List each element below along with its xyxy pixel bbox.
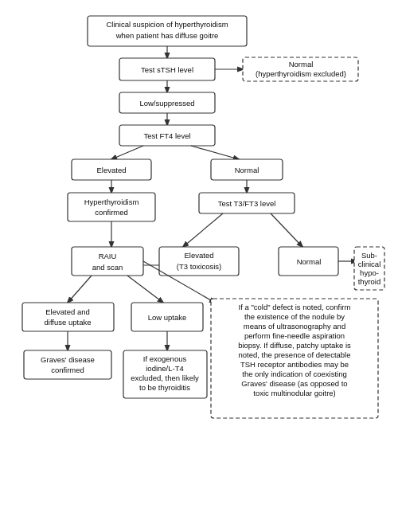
- ft4-text: Test FT4 level: [143, 131, 190, 140]
- arrow-raiu-elevated-diffuse: [68, 276, 92, 303]
- normal-tsh-text-1: Normal: [289, 60, 314, 68]
- subclinical-text-1: Sub-: [361, 251, 377, 260]
- t3-text: Test T3/FT3 level: [218, 199, 276, 208]
- low-text: Low/suppressed: [139, 99, 194, 108]
- normal1-text: Normal: [235, 166, 259, 174]
- cold-text-2: the existence of the nodule by: [244, 312, 345, 321]
- subclinical-text-3: hypo-: [360, 268, 379, 277]
- elevated-diffuse-text-1: Elevated and: [45, 307, 89, 316]
- arrow-ft4-normal: [191, 146, 239, 159]
- subclinical-text-4: thyroid: [358, 277, 381, 286]
- cold-text-3: means of ultrasonography and: [244, 322, 345, 331]
- cold-text-8: the only indication of coexisting: [242, 370, 347, 378]
- elevated2-text-2: (T3 toxicosis): [177, 262, 221, 271]
- raiu-text-2: and scan: [92, 263, 123, 272]
- cold-text-7: TSH receptor antibodies may be: [240, 360, 349, 369]
- hyper-text-2: confirmed: [95, 208, 128, 217]
- normal2-text: Normal: [297, 257, 322, 266]
- graves-text-2: confirmed: [51, 366, 84, 374]
- thyroiditis-text-3: excluded, then likely: [131, 374, 199, 382]
- stsh-text: Test sTSH level: [141, 65, 193, 74]
- cold-text-9: Graves' disease (as opposed to: [241, 379, 347, 388]
- thyroiditis-text-1: If exogenous: [143, 354, 187, 363]
- thyroiditis-text-2: iodine/L-T4: [146, 364, 184, 373]
- low-uptake-text: Low uptake: [148, 313, 187, 322]
- cold-text-5: biopsy. If diffuse, patchy uptake is: [238, 341, 351, 350]
- arrow-t3-normal2: [271, 213, 302, 247]
- subclinical-text-2: clinical: [358, 260, 381, 268]
- cold-text-10: toxic multinodular goitre): [253, 389, 336, 397]
- graves-text-1: Graves' disease: [41, 355, 95, 364]
- normal-tsh-text-2: (hyperthyroidism excluded): [256, 69, 346, 78]
- hyper-text-1: Hyperthyroidism: [84, 198, 139, 206]
- start-text-1: Clinical suspicion of hyperthyroidism: [106, 20, 228, 29]
- arrow-ft4-elevated: [111, 146, 143, 159]
- cold-text-1: If a "cold" defect is noted, confirm: [239, 303, 351, 311]
- cold-text-4: perform fine-needle aspiration: [244, 331, 345, 340]
- thyroiditis-text-4: to be thyroiditis: [139, 383, 190, 392]
- arrow-t3-elevated2: [183, 213, 223, 247]
- elevated2-text-1: Elevated: [185, 251, 214, 260]
- arrow-raiu-low-uptake: [127, 276, 163, 303]
- flowchart-diagram: Clinical suspicion of hyperthyroidism wh…: [0, 0, 398, 532]
- start-text-2: when patient has diffuse goitre: [115, 31, 219, 40]
- elevated1-text: Elevated: [97, 166, 127, 174]
- raiu-text-1: RAIU: [99, 252, 117, 260]
- elevated-diffuse-text-2: diffuse uptake: [45, 318, 92, 327]
- cold-text-6: noted, the presence of detectable: [238, 350, 350, 359]
